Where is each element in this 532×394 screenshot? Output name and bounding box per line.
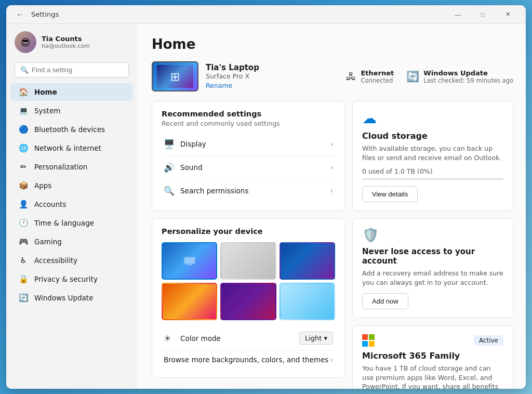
ms365-title: Microsoft 365 Family — [362, 351, 503, 361]
home-icon: 🏠 — [19, 87, 28, 97]
sound-icon: 🔊 — [164, 162, 180, 173]
storage-used: 0 used of 1.0 TB (0%) — [362, 167, 503, 175]
sidebar: 😎 Tia Counts tia@outlook.com 🔍 🏠 Home 💻 … — [6, 24, 137, 389]
windows-update-icon: 🔄 — [406, 70, 419, 83]
sidebar-item-label: Accessibility — [34, 256, 77, 265]
recommended-title: Recommended settings — [162, 110, 335, 118]
microsoft-logo — [362, 334, 375, 347]
display-label: Display — [180, 140, 330, 148]
update-icon: 🔄 — [19, 293, 28, 303]
color-mode-icon: ☀️ — [164, 333, 180, 344]
app-body: 😎 Tia Counts tia@outlook.com 🔍 🏠 Home 💻 … — [6, 24, 526, 389]
sidebar-item-label: Bluetooth & devices — [34, 125, 105, 134]
update-sub: Last checked: 59 minutes ago — [423, 77, 513, 84]
minimize-button[interactable]: — — [446, 5, 470, 24]
ethernet-label: Ethernet — [361, 69, 394, 77]
sidebar-item-privacy[interactable]: 🔒 Privacy & security — [10, 270, 133, 288]
close-button[interactable]: ✕ — [496, 5, 520, 24]
color-mode-value: Light — [305, 334, 322, 342]
accounts-icon: 👤 — [19, 200, 28, 209]
sidebar-item-home[interactable]: 🏠 Home — [10, 83, 133, 101]
cloud-storage-title: Cloud storage — [362, 131, 503, 141]
account-security-description: Add a recovery email address to make sur… — [362, 269, 503, 287]
titlebar: ← Settings — □ ✕ — [6, 5, 526, 24]
sidebar-item-update[interactable]: 🔄 Windows Update — [10, 289, 133, 307]
chevron-right-icon: › — [330, 187, 333, 195]
add-now-button[interactable]: Add now — [362, 293, 408, 309]
svg-rect-2 — [188, 264, 192, 265]
settings-item-sound[interactable]: 🔊 Sound › — [162, 156, 335, 179]
sidebar-item-accessibility[interactable]: ♿ Accessibility — [10, 252, 133, 269]
sidebar-item-label: System — [34, 107, 60, 115]
apps-icon: 📦 — [19, 181, 28, 190]
ms365-description: You have 1 TB of cloud storage and can u… — [362, 364, 503, 389]
sidebar-item-network[interactable]: 🌐 Network & internet — [10, 139, 133, 157]
sidebar-item-gaming[interactable]: 🎮 Gaming — [10, 233, 133, 251]
settings-item-display[interactable]: 🖥️ Display › — [162, 133, 335, 156]
device-thumbnail: ⊞ — [152, 61, 198, 91]
recommended-settings-card: Recommended settings Recent and commonly… — [152, 101, 345, 211]
search-permissions-icon: 🔍 — [164, 186, 180, 196]
color-mode-select[interactable]: Light ▾ — [299, 332, 333, 345]
device-name: Tia's Laptop — [206, 63, 259, 72]
chevron-right-icon: › — [330, 163, 333, 172]
wallpaper-option-6[interactable] — [280, 283, 335, 320]
update-status: 🔄 Windows Update Last checked: 59 minute… — [406, 69, 513, 84]
rename-link[interactable]: Rename — [206, 82, 232, 89]
avatar: 😎 — [15, 31, 36, 53]
sidebar-item-label: Personalization — [34, 163, 87, 171]
wallpaper-option-4[interactable] — [162, 283, 217, 320]
system-icon: 💻 — [19, 106, 28, 115]
sidebar-item-bluetooth[interactable]: 🔵 Bluetooth & devices — [10, 121, 133, 138]
view-details-button[interactable]: View details — [362, 186, 418, 202]
wallpaper-option-2[interactable] — [220, 242, 276, 280]
sidebar-item-label: Accounts — [34, 200, 66, 208]
personalize-card: Personalize your device — [152, 218, 345, 378]
settings-list: 🖥️ Display › 🔊 Sound › 🔍 — [162, 133, 335, 202]
search-box[interactable]: 🔍 — [15, 62, 129, 77]
wallpaper-option-3[interactable] — [280, 242, 335, 280]
sidebar-item-label: Network & internet — [34, 144, 101, 152]
device-status-row: ⊞ Tia's Laptop Surface Pro X Rename 🖧 Et… — [152, 61, 513, 91]
privacy-icon: 🔒 — [19, 274, 28, 284]
settings-item-search-permissions[interactable]: 🔍 Search permissions › — [162, 179, 335, 202]
cloud-storage-card: ☁️ Cloud storage With available storage,… — [352, 101, 513, 211]
personalize-title: Personalize your device — [162, 227, 335, 235]
sidebar-item-system[interactable]: 💻 System — [10, 102, 133, 120]
right-column: ☁️ Cloud storage With available storage,… — [352, 101, 513, 389]
ethernet-icon: 🖧 — [346, 70, 356, 83]
browse-themes-row[interactable]: Browse more backgrounds, colors, and the… — [162, 350, 335, 369]
sidebar-item-label: Home — [34, 88, 57, 96]
wallpaper-grid — [162, 242, 335, 320]
ethernet-status: 🖧 Ethernet Connected — [346, 69, 394, 84]
chevron-down-icon: ▾ — [324, 334, 327, 342]
content-grid: Recommended settings Recent and commonly… — [152, 101, 513, 389]
network-icon: 🌐 — [19, 143, 28, 153]
personalization-icon: ✏️ — [19, 162, 28, 172]
sidebar-item-label: Time & language — [34, 219, 94, 227]
sidebar-item-time[interactable]: 🕐 Time & language — [10, 214, 133, 232]
browse-label: Browse more backgrounds, colors, and the… — [164, 356, 330, 364]
main-content: Home ⊞ Tia's Laptop Surface Pro X Rename — [137, 24, 526, 389]
search-input[interactable] — [32, 66, 123, 74]
sidebar-item-apps[interactable]: 📦 Apps — [10, 177, 133, 194]
sidebar-item-label: Gaming — [34, 238, 62, 246]
account-security-title: Never lose access to your account — [362, 247, 503, 266]
back-button[interactable]: ← — [12, 7, 27, 22]
color-mode-row: ☀️ Color mode Light ▾ — [162, 326, 335, 350]
wallpaper-option-1[interactable] — [162, 242, 217, 280]
sound-label: Sound — [180, 163, 330, 172]
sidebar-item-accounts[interactable]: 👤 Accounts — [10, 195, 133, 213]
account-security-card: 🛡️ Never lose access to your account Add… — [352, 218, 513, 318]
maximize-button[interactable]: □ — [471, 5, 495, 24]
sidebar-item-personalization[interactable]: ✏️ Personalization — [10, 158, 133, 176]
chevron-right-icon: › — [330, 356, 333, 364]
search-icon: 🔍 — [20, 66, 29, 74]
svg-rect-1 — [185, 258, 194, 263]
sidebar-item-label: Windows Update — [34, 294, 93, 302]
wallpaper-option-5[interactable] — [220, 283, 276, 320]
sidebar-item-label: Privacy & security — [34, 275, 98, 283]
recommended-subtitle: Recent and commonly used settings — [162, 120, 335, 127]
accessibility-icon: ♿ — [19, 256, 28, 265]
left-column: Recommended settings Recent and commonly… — [152, 101, 345, 389]
